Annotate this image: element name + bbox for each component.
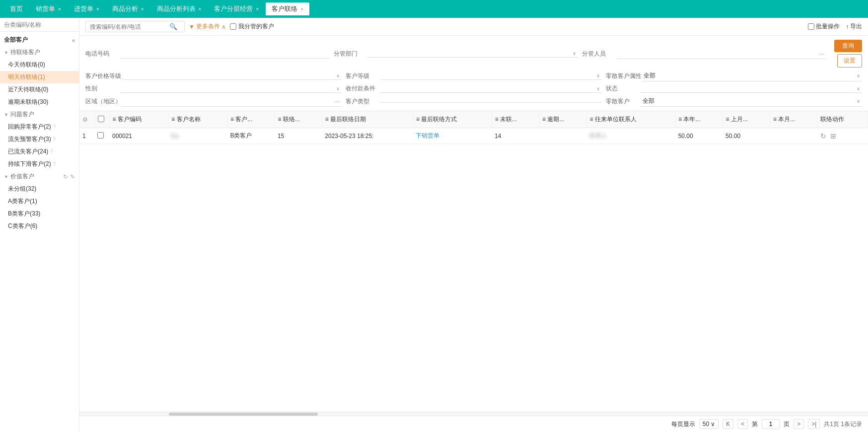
code-col-header: ≡ 客户编码 (109, 111, 168, 128)
sidebar-pending-item[interactable]: 近7天待联络(0) (0, 83, 79, 96)
value-grade-select[interactable]: ∨ (121, 72, 342, 80)
nav-close-icon[interactable]: × (199, 6, 202, 12)
payment-label: 收付款条件 (346, 84, 380, 93)
search-input[interactable] (90, 23, 169, 30)
manager-select[interactable]: ··· (617, 49, 826, 59)
sidebar-pending-item[interactable]: 今天待联络(0) (0, 59, 79, 71)
payment-select[interactable]: ∨ (380, 85, 602, 93)
dept-select[interactable]: ∨ (368, 50, 578, 58)
value-grade-label: 客户价格等级 (85, 72, 121, 80)
export-btn[interactable]: ↑ 导出 (846, 22, 862, 31)
gear-icon[interactable]: ⚙ (82, 116, 88, 123)
contact-refresh-icon[interactable]: ↻ (820, 132, 826, 140)
sidebar-value-item[interactable]: C类客户(6) (0, 220, 79, 232)
sidebar-pending-item[interactable]: 明天待联络(1) (0, 71, 79, 83)
area-select[interactable]: ··· (121, 96, 342, 107)
page-size-select[interactable]: 50 ∨ (699, 419, 719, 429)
pending-contact-header: 待联络客户 (0, 46, 79, 59)
pending-contact-label: 待联络客户 (10, 48, 40, 57)
more-conditions-btn[interactable]: ▼ 更多条件 ∧ (189, 22, 226, 31)
gender-label: 性别 (85, 84, 120, 93)
query-button[interactable]: 查询 (834, 40, 862, 52)
nav-item-进货单[interactable]: 进货单× (68, 2, 105, 15)
problem-customers-header: 问题客户 (0, 108, 79, 121)
sidebar-pending-item[interactable]: 逾期未联络(30) (0, 96, 79, 108)
nav-item-客户联络[interactable]: 客户联络× (266, 2, 309, 15)
sidebar-problem-item[interactable]: 持续下滑客户(2)? (0, 158, 79, 170)
search-submit-icon[interactable]: 🔍 (169, 23, 177, 30)
value-grade-chevron-icon: ∨ (336, 73, 340, 78)
gender-select[interactable]: ∨ (120, 85, 342, 93)
sidebar-value-item[interactable]: 未分组(32) (0, 183, 79, 195)
this-month-col-header: ≡ 本月... (770, 111, 817, 128)
help-icon: ? (53, 137, 56, 142)
value-customers-header: 价值客户 ↻ ✎ (0, 170, 79, 183)
main-layout: 🔍 全部客户 « 待联络客户 今天待联络(0)明天待联络(1)近7天待联络(0)… (0, 18, 868, 432)
nav-item-商品分析列表[interactable]: 商品分析列表× (151, 2, 208, 15)
nav-close-icon[interactable]: × (96, 6, 99, 12)
prev-page-btn[interactable]: < (737, 419, 748, 429)
last-page-btn[interactable]: >| (808, 419, 820, 429)
first-page-btn[interactable]: K (723, 419, 733, 429)
customer-table: ⚙ ≡ 客户编码 ≡ 客户名称 ≡ 客户... ≡ 联络... ≡ 最后联络日期… (79, 111, 868, 144)
sidebar-value-item[interactable]: A类客户(1) (0, 195, 79, 208)
page-size-label: 每页显示 (671, 420, 695, 429)
customer-grade-select[interactable]: ∨ (380, 72, 602, 80)
retail-customer-label: 零散客户 (606, 97, 641, 106)
search-input-wrap: 🔍 (85, 21, 185, 32)
select-all-checkbox[interactable] (98, 116, 104, 122)
status-select[interactable]: ∨ (641, 85, 862, 93)
last-contact-way-link[interactable]: 下销货单 (416, 132, 439, 139)
horizontal-scrollbar[interactable] (79, 412, 868, 416)
settings-col-header[interactable]: ⚙ (79, 111, 94, 128)
no-contact-col-header: ≡ 未联... (492, 111, 539, 128)
row-index: 1 (79, 128, 94, 144)
contact-grid-icon[interactable]: ⊞ (830, 132, 836, 140)
sidebar-problem-item[interactable]: 流失预警客户(3)? (0, 133, 79, 145)
area-field: 区域（地区） ··· (85, 96, 342, 107)
last-month-col-header: ≡ 上月... (723, 111, 770, 128)
sidebar-collapse-btn[interactable]: « (72, 37, 75, 43)
nav-close-icon[interactable]: × (300, 6, 303, 12)
sidebar-problem-item[interactable]: 回购异常客户(2)? (0, 121, 79, 133)
filter-row-3: 性别 ∨ 收付款条件 ∨ 状态 (85, 84, 862, 93)
retail-attr-select[interactable]: 全部 ∨ (642, 71, 862, 81)
nav-item-客户分层经营[interactable]: 客户分层经营× (208, 2, 265, 15)
customer-type-select[interactable] (380, 100, 602, 103)
value-grade-field: 客户价格等级 ∨ (85, 72, 342, 80)
batch-op-btn[interactable]: 批量操作 (808, 22, 840, 31)
retail-customer-select[interactable]: 全部 ∨ (641, 96, 862, 107)
refresh-icon[interactable]: ↻ (63, 173, 68, 180)
sidebar: 🔍 全部客户 « 待联络客户 今天待联络(0)明天待联络(1)近7天待联络(0)… (0, 18, 79, 432)
customer-grade-field: 客户等级 ∨ (346, 72, 602, 80)
phone-input[interactable] (120, 49, 330, 59)
edit-icon[interactable]: ✎ (70, 173, 75, 180)
batch-op-checkbox[interactable] (808, 23, 814, 30)
manager-dots-icon[interactable]: ··· (818, 50, 824, 58)
sidebar-value-item[interactable]: B类客户(33) (0, 208, 79, 220)
sidebar-search-input[interactable] (4, 21, 78, 28)
nav-item-销货单[interactable]: 销货单× (30, 2, 67, 15)
area-dots-icon[interactable]: ··· (334, 97, 340, 105)
chevron-up-icon: ∧ (221, 23, 226, 30)
dept-field: 分管部门 ∨ (334, 50, 578, 58)
table-footer: 每页显示 50 ∨ K < 第 页 > >| 共1页 1条记录 (79, 416, 868, 432)
next-page-btn[interactable]: > (794, 419, 804, 429)
retail-customer-chevron-icon: ∨ (857, 98, 860, 104)
scroll-thumb[interactable] (169, 413, 318, 416)
nav-close-icon[interactable]: × (58, 6, 61, 12)
row-checkbox[interactable] (97, 132, 104, 139)
retail-attr-chevron-icon: ∨ (857, 73, 860, 78)
nav-close-icon[interactable]: × (141, 6, 144, 12)
settings-button[interactable]: 设置 (837, 54, 862, 68)
page-number-input[interactable] (762, 419, 780, 429)
sidebar-problem-item[interactable]: 已流失客户(24)? (0, 145, 79, 158)
nav-item-商品分析[interactable]: 商品分析× (106, 2, 150, 15)
nav-close-icon[interactable]: × (256, 6, 259, 12)
more-conditions-label: 更多条件 (196, 22, 220, 31)
my-customers-checkbox[interactable] (230, 23, 236, 30)
filter-row-4: 区域（地区） ··· 客户类型 零散客户 全部 ∨ (85, 96, 862, 107)
row-overdue (539, 128, 586, 144)
nav-item-首页[interactable]: 首页 (4, 2, 29, 15)
customer-type-label: 客户类型 (346, 97, 380, 106)
